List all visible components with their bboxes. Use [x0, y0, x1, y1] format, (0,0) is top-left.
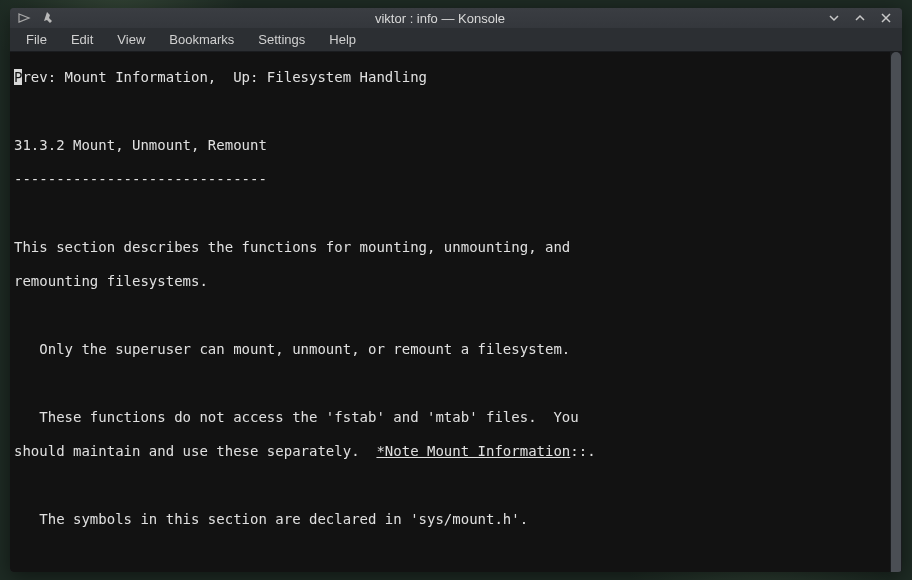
blank-line	[14, 307, 886, 324]
blank-line	[14, 545, 886, 562]
body-text: remounting filesystems.	[14, 273, 886, 290]
menu-help[interactable]: Help	[317, 28, 368, 51]
minimize-button[interactable]	[824, 8, 844, 28]
menu-view[interactable]: View	[105, 28, 157, 51]
pin-icon[interactable]	[40, 10, 56, 26]
blank-line	[14, 205, 886, 222]
scrollbar-thumb[interactable]	[891, 52, 901, 572]
terminal-area: Prev: Mount Information, Up: Filesystem …	[10, 52, 902, 572]
titlebar[interactable]: viktor : info — Konsole	[10, 8, 902, 28]
body-text: These functions do not access the 'fstab…	[14, 409, 886, 426]
blank-line	[14, 103, 886, 120]
window-title: viktor : info — Konsole	[56, 11, 824, 26]
konsole-window: viktor : info — Konsole File Edit View B…	[10, 8, 902, 572]
app-menu-icon[interactable]	[16, 10, 32, 26]
maximize-button[interactable]	[850, 8, 870, 28]
blank-line	[14, 477, 886, 494]
info-link-mount-information[interactable]: *Note Mount Information	[376, 443, 570, 459]
section-heading: 31.3.2 Mount, Unmount, Remount	[14, 137, 886, 154]
body-text: should maintain and use these separately…	[14, 443, 886, 460]
info-nav-line: Prev: Mount Information, Up: Filesystem …	[14, 69, 886, 86]
menu-settings[interactable]: Settings	[246, 28, 317, 51]
menubar: File Edit View Bookmarks Settings Help	[10, 28, 902, 52]
terminal-scrollbar[interactable]	[890, 52, 902, 572]
section-underline: ------------------------------	[14, 171, 886, 188]
menu-edit[interactable]: Edit	[59, 28, 105, 51]
body-text: Only the superuser can mount, unmount, o…	[14, 341, 886, 358]
nav-text: rev: Mount Information, Up: Filesystem H…	[22, 69, 427, 85]
titlebar-left	[16, 10, 56, 26]
blank-line	[14, 375, 886, 392]
terminal[interactable]: Prev: Mount Information, Up: Filesystem …	[10, 52, 890, 572]
window-controls	[824, 8, 896, 28]
menu-file[interactable]: File	[14, 28, 59, 51]
body-text: The symbols in this section are declared…	[14, 511, 886, 528]
close-button[interactable]	[876, 8, 896, 28]
body-text: This section describes the functions for…	[14, 239, 886, 256]
menu-bookmarks[interactable]: Bookmarks	[157, 28, 246, 51]
